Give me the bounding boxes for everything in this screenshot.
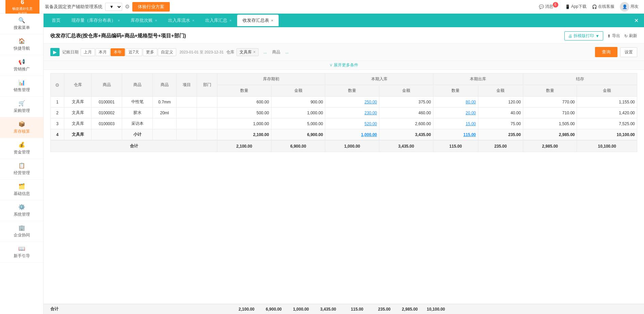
cell-closing-amt: 1,155.00 — [577, 97, 637, 108]
warehouse-filter-group: 仓库 文具库 × ... — [226, 48, 269, 56]
in-qty-link[interactable]: 250.00 — [364, 100, 377, 104]
table-wrapper: ⚙ 仓库 商品 商品 商品 项目 部门 库存期初 本期入库 本期出库 — [44, 70, 644, 155]
footer-opening-qty: 2,100.00 — [217, 140, 271, 152]
cell-out-qty[interactable]: 20.00 — [433, 108, 478, 118]
th-opening-qty: 数量 — [217, 85, 271, 97]
filter-settings-btn[interactable]: 设置 — [620, 47, 637, 57]
out-qty-link[interactable]: 20.00 — [466, 111, 476, 115]
in-qty-link[interactable]: 230.00 — [364, 111, 377, 115]
home-icon: 🏠 — [18, 38, 25, 44]
content-area: 首页 现存量（库存分布表） × 库存批次账 × 出入库流水 × 出入库汇总 × — [44, 14, 644, 314]
th-in-group: 本期入库 — [325, 73, 433, 85]
print-icon: 🖨 — [568, 34, 572, 38]
cell-warehouse: 文具库 — [64, 108, 92, 118]
sidebar-item-inventory[interactable]: 📦 库存核算 — [0, 117, 43, 138]
online-service-btn[interactable]: 🎧 在线客服 — [592, 4, 614, 10]
footer-closing-qty: 2,985.00 — [523, 140, 577, 152]
sidebar-item-system[interactable]: ⚙️ 系统管理 — [0, 200, 43, 221]
cell-in-qty[interactable]: 1,000.00 — [325, 129, 379, 141]
sidebar-item-purchase[interactable]: 🛒 采购管理 — [0, 97, 43, 117]
sidebar-item-quick-nav[interactable]: 🏠 快捷导航 — [0, 34, 43, 55]
cell-warehouse: 文具库 — [64, 129, 92, 141]
goods-ellipsis-btn[interactable]: ... — [282, 49, 291, 55]
warehouse-ellipsis-btn[interactable]: ... — [261, 49, 269, 55]
sidebar-item-basic-info[interactable]: 🗂️ 基础信息 — [0, 180, 43, 200]
page-content: 收发存汇总表(按仓库+商品编码+商品+规格型号+项目+部门) 🖨 拆模版打印 ▼… — [44, 27, 644, 304]
cell-out-qty[interactable]: 115.00 — [433, 129, 478, 141]
out-qty-link[interactable]: 80.00 — [466, 100, 476, 104]
expand-filter-btn[interactable]: ∨ 展开更多条件 — [328, 61, 360, 69]
footer-out-qty: 115.00 — [433, 140, 478, 152]
sidebar-item-marketing[interactable]: 📢 营销推广 — [0, 55, 43, 76]
online-service-label: 在线客服 — [598, 4, 614, 10]
tab-summary[interactable]: 出入库汇总 × — [200, 15, 237, 26]
cell-no: 3 — [51, 118, 64, 129]
cell-in-qty[interactable]: 520.00 — [325, 118, 379, 129]
app-download-label: App下载 — [571, 4, 587, 10]
tab-summary-close[interactable]: × — [229, 18, 231, 22]
cell-in-amt: 2,600.00 — [379, 118, 433, 129]
table-row: 3文具库0100003采访本1,000.005,000.00520.002,60… — [51, 118, 637, 129]
tab-recv-send[interactable]: 收发存汇总表 × — [237, 15, 279, 26]
tab-summary-label: 出入库汇总 — [205, 17, 227, 23]
cell-out-amt: 120.00 — [478, 97, 523, 108]
cell-closing-amt: 7,525.00 — [577, 118, 637, 129]
tab-batch-close[interactable]: × — [155, 18, 157, 22]
msg-label: 消息 — [545, 4, 553, 10]
footer-in-amt: 3,435.00 — [379, 140, 433, 152]
sidebar-item-label: 快捷导航 — [14, 46, 30, 51]
message-icon: 💬 — [539, 4, 544, 9]
cell-dept — [197, 129, 217, 141]
cell-out-qty[interactable]: 15.00 — [433, 118, 478, 129]
export-btn[interactable]: ⬆ 导出 — [607, 33, 620, 39]
cell-closing-amt: 1,420.00 — [577, 108, 637, 118]
tab-stock-dist-close[interactable]: × — [118, 18, 120, 22]
user-avatar[interactable]: 👤 用友 — [620, 2, 639, 12]
filter-toggle-btn[interactable]: ▶ — [50, 48, 60, 56]
out-qty-link[interactable]: 15.00 — [466, 121, 476, 126]
cell-out-qty[interactable]: 80.00 — [433, 97, 478, 108]
sidebar-item-sales[interactable]: 📊 销售管理 — [0, 76, 43, 97]
message-btn[interactable]: 💬 消息 6 — [539, 4, 560, 10]
date-btn-custom[interactable]: 自定义 — [158, 48, 176, 56]
print-btn[interactable]: 🖨 拆模版打印 ▼ — [564, 31, 603, 40]
table-settings-icon[interactable]: ⚙ — [55, 82, 60, 88]
print-label: 拆模版打印 — [574, 33, 594, 39]
in-qty-link[interactable]: 520.00 — [364, 121, 377, 126]
date-btn-7days[interactable]: 近7天 — [126, 48, 142, 56]
tab-recv-send-close[interactable]: × — [271, 18, 273, 22]
tab-batch[interactable]: 库存批次账 × — [125, 15, 162, 26]
date-btn-last-month[interactable]: 上月 — [81, 48, 95, 56]
settings-gear-icon[interactable]: ⚙ — [125, 3, 130, 10]
sidebar: 🔍 搜索菜单 🏠 快捷导航 📢 营销推广 📊 销售管理 🛒 采购管理 📦 — [0, 14, 44, 314]
tab-flow[interactable]: 出入库流水 × — [163, 15, 200, 26]
tab-stock-dist[interactable]: 现存量（库存分布表） × — [66, 15, 125, 26]
exp-industry-btn[interactable]: 体验行业方案 — [132, 2, 170, 12]
cell-dept — [197, 118, 217, 129]
search-query-btn[interactable]: 查询 — [595, 47, 617, 57]
date-btn-this-month[interactable]: 本月 — [96, 48, 110, 56]
sys-select[interactable]: ▼ — [105, 3, 122, 11]
sidebar-item-search[interactable]: 🔍 搜索菜单 — [0, 14, 43, 34]
app-download-btn[interactable]: 📱 App下载 — [565, 4, 587, 10]
th-project: 项目 — [177, 73, 197, 97]
in-qty-link[interactable]: 1,000.00 — [361, 132, 377, 137]
cell-code: 0100001 — [92, 97, 122, 108]
cell-spec — [153, 118, 177, 129]
sidebar-item-guide[interactable]: 📖 新手引导 — [0, 242, 43, 263]
date-btn-more[interactable]: 更多 — [143, 48, 157, 56]
tab-bar-close-btn[interactable]: ✕ — [631, 16, 641, 25]
cell-in-qty[interactable]: 250.00 — [325, 97, 379, 108]
cell-in-qty[interactable]: 230.00 — [325, 108, 379, 118]
refresh-btn[interactable]: ↻ 刷新 — [624, 33, 637, 39]
tab-home[interactable]: 首页 — [46, 15, 66, 26]
sidebar-item-finance[interactable]: 💰 资金管理 — [0, 138, 43, 159]
warehouse-tag-remove-btn[interactable]: × — [253, 50, 255, 54]
tab-flow-close[interactable]: × — [192, 18, 194, 22]
sidebar-item-operations[interactable]: 📋 经营管理 — [0, 159, 43, 180]
date-btn-this-year[interactable]: 本年 — [111, 48, 125, 56]
marketing-icon: 📢 — [18, 59, 25, 65]
out-qty-link[interactable]: 115.00 — [463, 132, 476, 137]
footer-bar-out-qty: 115.00 — [336, 307, 363, 312]
sidebar-item-enterprise[interactable]: 🏢 企业协同 — [0, 221, 43, 242]
